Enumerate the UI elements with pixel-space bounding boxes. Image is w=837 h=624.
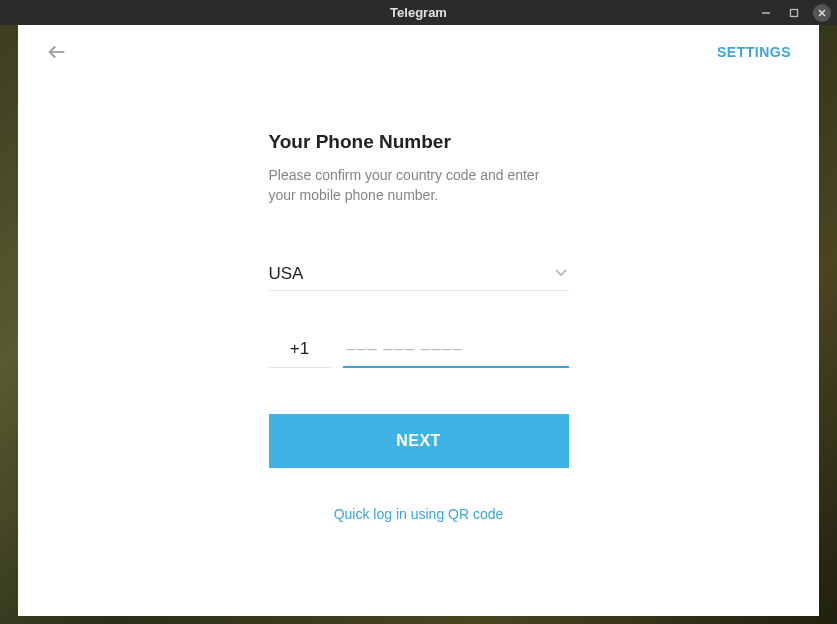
chevron-down-icon — [553, 264, 569, 284]
qr-login-link[interactable]: Quick log in using QR code — [269, 506, 569, 522]
country-selector[interactable]: USA — [269, 264, 569, 291]
svg-rect-1 — [791, 9, 798, 16]
phone-number-input[interactable] — [343, 333, 569, 368]
app-header: SETTINGS — [18, 25, 819, 79]
country-name: USA — [269, 264, 304, 284]
page-subtext: Please confirm your country code and ent… — [269, 165, 569, 206]
minimize-button[interactable] — [757, 4, 775, 22]
phone-row — [269, 333, 569, 368]
window-title: Telegram — [390, 5, 447, 20]
page-title: Your Phone Number — [269, 131, 569, 153]
settings-link[interactable]: SETTINGS — [717, 44, 791, 60]
back-button[interactable] — [46, 41, 68, 63]
country-code-input[interactable] — [269, 333, 331, 368]
window-controls — [757, 0, 831, 25]
window-titlebar: Telegram — [0, 0, 837, 25]
app-window: SETTINGS Your Phone Number Please confir… — [18, 25, 819, 616]
login-form: Your Phone Number Please confirm your co… — [269, 131, 569, 522]
next-button[interactable]: NEXT — [269, 414, 569, 468]
close-button[interactable] — [813, 4, 831, 22]
maximize-button[interactable] — [785, 4, 803, 22]
